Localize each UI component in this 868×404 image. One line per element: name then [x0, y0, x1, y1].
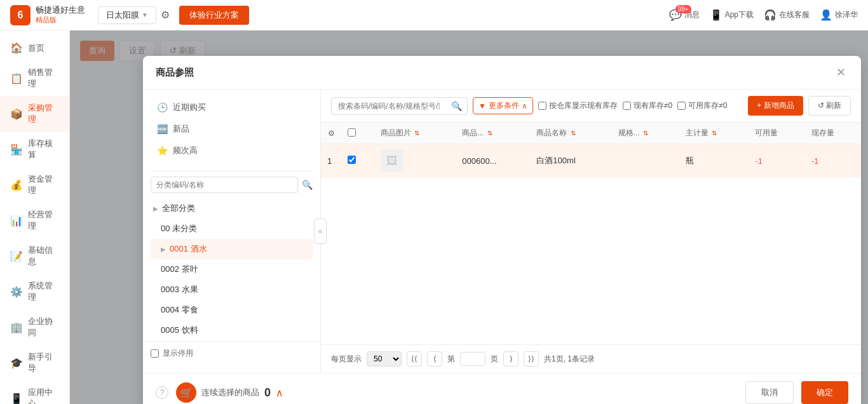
cat-tea[interactable]: 0002 茶叶	[151, 259, 313, 279]
add-product-button[interactable]: + 新增商品	[748, 96, 803, 116]
category-search-input[interactable]	[151, 177, 298, 193]
cat-uncategorized[interactable]: 00 未分类	[151, 219, 313, 239]
cat-beverage[interactable]: 0005 饮料	[151, 320, 313, 340]
select-all-checkbox[interactable]	[348, 128, 356, 137]
store-selector[interactable]: 日太阳膜 ▼	[98, 6, 156, 24]
left-tab-recent-label: 近期购买	[173, 102, 206, 113]
td-stock: -1	[805, 144, 861, 178]
refresh-button[interactable]: ↺ 刷新	[808, 96, 851, 116]
sidebar-label-system: 系统管理	[28, 280, 59, 303]
main-content: 查询 设置 ↺ 刷新 商品参照 ✕ 🕒 近期购买	[70, 30, 868, 404]
first-page-button[interactable]: ⟨⟨	[407, 351, 422, 367]
cat-fruit[interactable]: 0003 水果	[151, 279, 313, 300]
th-name[interactable]: 商品名称 ⇅	[530, 123, 611, 144]
page-word: 第	[447, 354, 455, 365]
sort-spec-icon: ⇅	[643, 130, 648, 137]
sidebar-item-system[interactable]: ⚙️ 系统管理	[0, 274, 69, 309]
purchase-icon: 📦	[10, 108, 23, 120]
cart-collapse-icon[interactable]: ∧	[276, 387, 283, 399]
sidebar-label-appstore: 应用中心	[28, 387, 59, 404]
filter-btn-label: 更多条件	[489, 100, 519, 111]
cart-icon[interactable]: 🛒	[176, 382, 196, 403]
th-stock[interactable]: 现存量	[805, 123, 861, 144]
cat-snack[interactable]: 0004 零食	[151, 300, 313, 320]
footer-buttons: 取消 确定	[745, 381, 848, 404]
settings-icon[interactable]: ⚙	[156, 6, 174, 24]
th-code[interactable]: 商品... ⇅	[456, 123, 530, 144]
user-avatar-item[interactable]: 👤 徐泽华	[820, 9, 858, 21]
th-image: 商品图片 ⇅	[374, 123, 456, 144]
left-tab-new[interactable]: 🆕 新品	[151, 119, 313, 139]
row-checkbox[interactable]	[348, 156, 356, 164]
th-spec[interactable]: 规格... ⇅	[612, 123, 679, 144]
prev-page-button[interactable]: ⟨	[427, 351, 442, 367]
app-download-item[interactable]: 📱 App下载	[710, 9, 754, 21]
th-available[interactable]: 可用量	[749, 123, 804, 144]
th-settings: ⚙	[321, 123, 341, 144]
sidebar-item-guide[interactable]: 🎓 新手引导	[0, 345, 69, 380]
cat-liquor[interactable]: ▶ 0001 酒水	[151, 239, 313, 259]
message-icon-item[interactable]: 💬 99+ 消息	[669, 9, 700, 21]
sidebar-item-appstore[interactable]: 📱 应用中心	[0, 380, 69, 404]
product-reference-modal: 商品参照 ✕ 🕒 近期购买 🆕 新品	[143, 56, 861, 404]
modal-right-panel: 🔍 ▼ 更多条件 ∧ 按仓库显示现有库存	[321, 90, 861, 373]
warehouse-stock-checkbox[interactable]	[538, 102, 546, 110]
confirm-button[interactable]: 确定	[801, 381, 848, 404]
available-stock-checkbox[interactable]	[623, 102, 631, 110]
sidebar-item-enterprise[interactable]: 🏢 企业协同	[0, 309, 69, 345]
filter-arrow-icon: ∧	[522, 102, 527, 111]
product-search-icon[interactable]: 🔍	[446, 98, 467, 114]
logo-sub: 精品版	[36, 15, 85, 25]
usable-stock-checkbox[interactable]	[677, 102, 686, 110]
sidebar-item-sales[interactable]: 📋 销售管理	[0, 60, 69, 96]
system-icon: ⚙️	[10, 286, 23, 298]
modal-toolbar: 🔍 ▼ 更多条件 ∧ 按仓库显示现有库存	[321, 90, 861, 123]
available-stock-label: 现有库存≠0	[634, 100, 672, 111]
sidebar-item-basic[interactable]: 📝 基础信息	[0, 238, 69, 274]
online-service-item[interactable]: 🎧 在线客服	[764, 9, 810, 21]
recent-icon: 🕒	[157, 102, 168, 112]
category-tree: ▶ 全部分类 00 未分类 ▶ 0001 酒水 0002 茶叶	[143, 198, 320, 341]
cat-all[interactable]: ▶ 全部分类	[151, 198, 313, 219]
help-icon[interactable]: ?	[156, 386, 168, 399]
last-page-button[interactable]: ⟩⟩	[524, 351, 539, 367]
category-search-button[interactable]: 🔍	[302, 180, 313, 190]
logo-icon: 6	[10, 5, 31, 25]
table-row[interactable]: 1 🖼 000600... 白酒100ml 瓶 -1	[321, 144, 861, 178]
cancel-button[interactable]: 取消	[745, 381, 794, 404]
more-filters-button[interactable]: ▼ 更多条件 ∧	[473, 97, 533, 114]
warehouse-stock-checkbox-label[interactable]: 按仓库显示现有库存	[538, 100, 618, 111]
sidebar-item-home[interactable]: 🏠 首页	[0, 36, 69, 60]
finance-icon: 💰	[10, 179, 23, 191]
td-name: 白酒100ml	[530, 144, 611, 178]
sort-image-icon: ⇅	[414, 130, 419, 137]
sidebar-item-inventory[interactable]: 🏪 库存核算	[0, 131, 69, 167]
left-panel-collapse-btn[interactable]: «	[314, 219, 327, 244]
service-label: 在线客服	[779, 10, 810, 20]
modal-left-panel: 🕒 近期购买 🆕 新品 ⭐ 频次高	[143, 90, 321, 373]
available-stock-checkbox-label[interactable]: 现有库存≠0	[623, 100, 672, 111]
cat-liquor-label: 0001 酒水	[170, 243, 207, 255]
home-icon: 🏠	[10, 42, 23, 54]
per-page-select[interactable]: 50 100 200	[367, 351, 402, 367]
next-page-button[interactable]: ⟩	[503, 351, 519, 367]
message-badge: 99+	[675, 5, 691, 13]
table-body: 1 🖼 000600... 白酒100ml 瓶 -1	[321, 144, 861, 178]
left-tab-frequent[interactable]: ⭐ 频次高	[151, 140, 313, 161]
sidebar-item-finance[interactable]: 💰 资金管理	[0, 167, 69, 203]
enterprise-icon: 🏢	[10, 321, 23, 333]
dropdown-arrow: ▼	[142, 11, 148, 18]
left-tab-recent[interactable]: 🕒 近期购买	[151, 97, 313, 118]
sidebar-item-operation[interactable]: 📊 经营管理	[0, 203, 69, 238]
usable-stock-checkbox-label[interactable]: 可用库存≠0	[677, 100, 727, 111]
trial-button[interactable]: 体验行业方案	[179, 6, 249, 25]
usable-stock-label: 可用库存≠0	[688, 100, 727, 111]
product-search-input[interactable]	[332, 98, 446, 114]
nav-right: 💬 99+ 消息 📱 App下载 🎧 在线客服 👤 徐泽华	[669, 9, 858, 21]
th-unit[interactable]: 主计量 ⇅	[679, 123, 749, 144]
page-number-input[interactable]: 1	[460, 352, 485, 366]
show-disabled-checkbox[interactable]	[151, 349, 159, 358]
modal-close-button[interactable]: ✕	[833, 65, 848, 80]
sidebar-item-purchase[interactable]: 📦 采购管理	[0, 96, 69, 131]
app-label: App下载	[725, 10, 754, 20]
